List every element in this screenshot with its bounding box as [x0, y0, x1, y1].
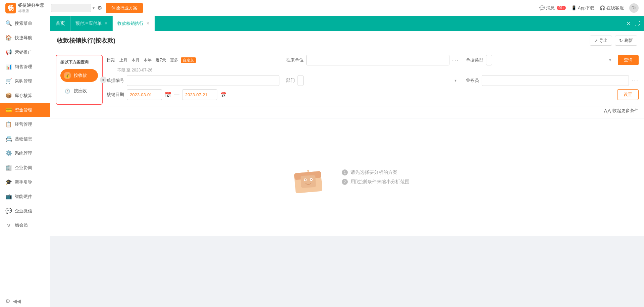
date-filter-row: 日期 上月 本月 本年 近7天 更多 自定义: [107, 55, 279, 65]
tab-close-prepay[interactable]: ✕: [104, 21, 108, 26]
refresh-icon: ↻: [619, 38, 623, 43]
breadcrumb-input[interactable]: [51, 4, 91, 12]
industry-solution-button[interactable]: 休验行业方案: [106, 3, 143, 13]
chevron-down-icon[interactable]: ▾: [93, 6, 95, 10]
member-icon: V: [5, 222, 12, 228]
quick-btn-this-year[interactable]: 本年: [142, 57, 153, 64]
close-tab-button[interactable]: ✕: [625, 19, 632, 28]
avatar: Rit: [629, 3, 639, 13]
sidebar-bottom: ⚙ ◀◀: [0, 295, 50, 307]
sidebar-item-inventory[interactable]: 📦 库存核算: [0, 88, 50, 103]
empty-state: 1 请先选择要分析的方案 2 用[过滤]条件来缩小分析范围: [50, 118, 644, 236]
guide-icon: 🎓: [5, 179, 12, 185]
sidebar: 🔍 搜索菜单 🏠 快捷导航 📢 营销推广 📊 销售管理 🛒 采购管理 📦 库存核…: [0, 16, 50, 307]
partner-label: 往来单位: [286, 57, 304, 63]
collapse-more-button[interactable]: ⋀⋀ 收起更多条件: [604, 108, 639, 114]
staff-input[interactable]: [482, 75, 629, 86]
sidebar-item-system[interactable]: ⚙️ 系统管理: [0, 146, 50, 160]
tab-receipt-writeoff[interactable]: 收款核销执行 ✕: [113, 16, 155, 31]
quick-btn-this-month[interactable]: 本月: [130, 57, 141, 64]
header-right: 💬 消息 99+ 📱 App下载 🎧 在线客服 Rit: [539, 3, 639, 13]
sidebar-item-member[interactable]: V 畅会员: [0, 218, 50, 232]
svg-rect-2: [301, 175, 316, 188]
hint-num-1: 1: [342, 169, 348, 175]
writeoff-date-end-calendar-button[interactable]: 📅: [220, 92, 227, 98]
staff-dots-icon[interactable]: ···: [632, 77, 639, 84]
maximize-tab-button[interactable]: ⛶: [633, 19, 641, 28]
sidebar-item-basic-info[interactable]: 📇 基础信息: [0, 132, 50, 146]
app-download-action[interactable]: 📱 App下载: [571, 5, 594, 11]
collapse-sidebar-button[interactable]: ◀◀: [13, 298, 21, 304]
partner-input[interactable]: [306, 55, 449, 65]
sidebar-item-purchase[interactable]: 🛒 采购管理: [0, 74, 50, 88]
sidebar-item-guide[interactable]: 🎓 新手引导: [0, 175, 50, 189]
inventory-icon: 📦: [5, 92, 12, 99]
header-left: 畅 畅捷通好生意 标准版 ▾ ⚙ 休验行业方案: [5, 2, 143, 13]
smart-hw-icon: 📺: [5, 193, 12, 200]
sidebar-item-smart-hw[interactable]: 📺 智能硬件: [0, 189, 50, 204]
filter-form: 日期 上月 本月 本年 近7天 更多 自定义: [107, 55, 639, 103]
filter-selector-title: 按以下方案查询: [60, 59, 98, 65]
export-button[interactable]: ↗ 导出: [590, 36, 612, 46]
tab-close-receipt-writeoff[interactable]: ✕: [146, 21, 150, 26]
message-action[interactable]: 💬 消息 99+: [539, 5, 566, 11]
enterprise-icon: 🏢: [5, 164, 12, 171]
svg-point-6: [311, 179, 312, 180]
quick-btn-last-month[interactable]: 上月: [118, 57, 129, 64]
filter-option-by-receivable[interactable]: 🕐 按应收: [60, 85, 98, 97]
tab-bar: 首页 预付冲应付单 ✕ 收款核销执行 ✕ ✕ ⛶: [50, 16, 644, 31]
receivable-option-icon: 🕐: [64, 87, 71, 95]
service-icon: 🎧: [600, 5, 605, 10]
page-header-bar: 收款核销执行(按收款) ↗ 导出 ↻ 刷新: [50, 31, 644, 50]
partner-dots-icon[interactable]: ···: [452, 57, 459, 64]
doc-type-select[interactable]: [486, 55, 492, 65]
doc-no-input[interactable]: [127, 75, 279, 86]
writeoff-date-start-input[interactable]: [127, 89, 162, 100]
chevron-up-icon: ⋀⋀: [604, 108, 611, 113]
empty-illustration: [285, 159, 332, 196]
tab-prepay[interactable]: 预付冲应付单 ✕: [71, 16, 113, 31]
brand-version: 标准版: [18, 8, 44, 13]
empty-hint-2: 2 用[过滤]条件来缩小分析范围: [342, 179, 410, 185]
message-badge: 99+: [557, 6, 566, 10]
message-icon: 💬: [539, 5, 545, 10]
sidebar-item-sales[interactable]: 📊 销售管理: [0, 59, 50, 74]
brand: 畅 畅捷通好生意 标准版: [5, 2, 44, 13]
breadcrumb-area: ▾ ⚙: [51, 3, 103, 12]
dept-filter-row: 部门: [286, 75, 459, 86]
sidebar-item-finance[interactable]: 💳 资金管理: [0, 103, 50, 117]
filter-selector: 按以下方案查询 💰 按收款 🕐 按应收 »: [56, 55, 103, 105]
content-wrapper: 收款核销执行(按收款) ↗ 导出 ↻ 刷新 按以: [50, 31, 644, 307]
query-button[interactable]: 查询: [618, 55, 639, 65]
settings-bottom-button[interactable]: ⚙: [5, 298, 10, 304]
sidebar-item-wechat[interactable]: 💬 企业微信: [0, 204, 50, 218]
quick-btn-more[interactable]: 更多: [169, 57, 179, 64]
tab-home[interactable]: 首页: [50, 16, 71, 31]
refresh-button[interactable]: ↻ 刷新: [615, 36, 637, 46]
sidebar-item-operations[interactable]: 📋 经营管理: [0, 117, 50, 132]
dept-select[interactable]: [298, 75, 304, 86]
writeoff-date-start-calendar-button[interactable]: 📅: [165, 92, 171, 98]
sidebar-item-search-menu[interactable]: 🔍 搜索菜单: [0, 16, 50, 31]
basic-info-icon: 📇: [5, 136, 12, 142]
user-info[interactable]: Rit: [629, 3, 639, 13]
sidebar-item-enterprise[interactable]: 🏢 企业协同: [0, 160, 50, 175]
custom-date-tag: 自定义: [181, 57, 196, 63]
page-title: 收款核销执行(按收款): [57, 37, 115, 45]
brand-name: 畅捷通好生意: [18, 2, 44, 8]
sidebar-item-marketing[interactable]: 📢 营销推广: [0, 45, 50, 59]
doc-no-filter-row: 单据编号: [107, 75, 279, 86]
filter-option-by-receipt[interactable]: 💰 按收款: [60, 69, 98, 82]
empty-hint-1: 1 请先选择要分析的方案: [342, 169, 410, 175]
setting-button[interactable]: 设置: [617, 89, 639, 100]
collapse-filter-selector-button[interactable]: »: [100, 76, 107, 83]
system-icon: ⚙️: [5, 150, 12, 156]
writeoff-date-end-input[interactable]: [182, 89, 217, 100]
purchase-icon: 🛒: [5, 78, 12, 84]
quick-btn-7days[interactable]: 近7天: [154, 57, 167, 64]
doc-type-label: 单据类型: [466, 57, 483, 63]
online-service-action[interactable]: 🎧 在线客服: [600, 5, 624, 11]
receipt-option-icon: 💰: [64, 72, 71, 79]
gear-button[interactable]: ⚙: [96, 3, 103, 12]
sidebar-item-quick-nav[interactable]: 🏠 快捷导航: [0, 31, 50, 45]
